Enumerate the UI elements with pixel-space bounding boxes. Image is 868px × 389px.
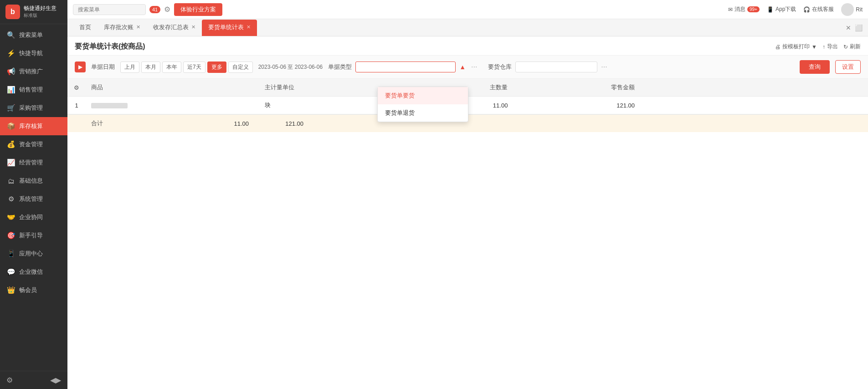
settings-gear-icon[interactable]: ⚙ bbox=[164, 5, 170, 14]
collapse-icon[interactable]: ◀▶ bbox=[50, 376, 61, 384]
close-window-icon[interactable]: ✕ bbox=[846, 24, 851, 31]
user-avatar bbox=[841, 3, 854, 16]
col-extra bbox=[640, 79, 868, 97]
type-dropdown: 要货单要货要货单退货 bbox=[377, 87, 468, 122]
print-arrow-icon: ▼ bbox=[812, 44, 817, 50]
app-download-item[interactable]: 📱 App下载 bbox=[767, 5, 796, 13]
sidebar-item-cooperation[interactable]: 🤝 企业协同 bbox=[0, 208, 67, 226]
corp_wechat-icon: 💬 bbox=[6, 267, 15, 276]
sidebar-label-basic_info: 基础信息 bbox=[19, 177, 43, 185]
cooperation-icon: 🤝 bbox=[6, 213, 15, 222]
sidebar-label-app_center: 应用中心 bbox=[19, 250, 43, 258]
maximize-window-icon[interactable]: ⬜ bbox=[855, 24, 863, 31]
dropdown-option-order_return[interactable]: 要货单退货 bbox=[378, 104, 468, 122]
user-profile[interactable]: Rit bbox=[841, 3, 863, 16]
quick_nav-icon: ⚡ bbox=[6, 49, 15, 58]
sidebar-item-guide[interactable]: 🎯 新手引导 bbox=[0, 226, 67, 245]
tab-label-order_summary: 要货单统计表 bbox=[208, 23, 244, 31]
content-area: 要货单统计表(按商品) 🖨 按模板打印 ▼ ↑ 导出 ↻ 刷新 ▶ bbox=[67, 36, 868, 389]
tabs-bar: 首页库存批次账✕收发存汇总表✕要货单统计表✕ ✕ ⬜ bbox=[67, 19, 868, 36]
custom-date-btn[interactable]: 自定义 bbox=[228, 61, 253, 73]
app_center-icon: 📱 bbox=[6, 249, 15, 258]
footer-quantity: 11.00 bbox=[194, 120, 249, 127]
main-area: 41 ⚙ 体验行业方案 ✉ 消息 99+ 📱 App下载 🎧 在线客服 Rit bbox=[67, 0, 868, 389]
sidebar-item-finance[interactable]: 💰 资金管理 bbox=[0, 135, 67, 154]
tab-label-receipt_summary: 收发存汇总表 bbox=[153, 23, 189, 31]
notification-item[interactable]: ✉ 消息 99+ bbox=[728, 5, 760, 13]
type-filter-more-icon[interactable]: ··· bbox=[471, 63, 477, 71]
type-filter-arrow-icon[interactable]: ▲ bbox=[459, 63, 466, 71]
more-dates-btn[interactable]: 更多 bbox=[207, 61, 226, 73]
page-title-bar: 要货单统计表(按商品) 🖨 按模板打印 ▼ ↑ 导出 ↻ 刷新 bbox=[67, 36, 868, 56]
sidebar-item-purchase[interactable]: 🛒 采购管理 bbox=[0, 99, 67, 117]
tab-close-inventory_batch[interactable]: ✕ bbox=[136, 24, 140, 30]
notification-badge: 99+ bbox=[747, 6, 760, 12]
export-label: 导出 bbox=[827, 43, 838, 51]
col-goods: 商品 bbox=[86, 79, 259, 97]
tab-home[interactable]: 首页 bbox=[73, 20, 98, 36]
tab-order_summary[interactable]: 要货单统计表✕ bbox=[202, 20, 257, 36]
dropdown-option-order_goods[interactable]: 要货单要货 bbox=[378, 87, 468, 104]
purchase-icon: 🛒 bbox=[6, 103, 15, 113]
sidebar-item-membership[interactable]: 👑 畅会员 bbox=[0, 281, 67, 299]
top-header: 41 ⚙ 体验行业方案 ✉ 消息 99+ 📱 App下载 🎧 在线客服 Rit bbox=[67, 0, 868, 19]
print-button[interactable]: 🖨 按模板打印 ▼ bbox=[775, 43, 817, 51]
this-month-btn[interactable]: 本月 bbox=[141, 61, 160, 73]
search-input[interactable] bbox=[73, 4, 146, 15]
logo-title: 畅捷通好生意 bbox=[24, 5, 56, 12]
sidebar-item-marketing[interactable]: 📢 营销推广 bbox=[0, 62, 67, 81]
type-filter-input[interactable] bbox=[355, 61, 456, 72]
online-service-item[interactable]: 🎧 在线客服 bbox=[803, 5, 834, 13]
membership-icon: 👑 bbox=[6, 286, 15, 295]
finance-icon: 💰 bbox=[6, 140, 15, 149]
trial-button[interactable]: 体验行业方案 bbox=[174, 3, 222, 16]
sidebar-label-membership: 畅会员 bbox=[19, 286, 37, 294]
sidebar-label-corp_wechat: 企业微信 bbox=[19, 268, 43, 276]
filter-type-section: 单据类型 ▲ ··· bbox=[328, 61, 477, 72]
filter-expand-button[interactable]: ▶ bbox=[75, 61, 86, 72]
settings-icon[interactable]: ⚙ bbox=[6, 376, 13, 384]
notification-icon: ✉ bbox=[728, 6, 733, 13]
sidebar-label-search: 搜索菜单 bbox=[19, 31, 43, 39]
sidebar-item-quick_nav[interactable]: ⚡ 快捷导航 bbox=[0, 44, 67, 62]
warehouse-filter-input[interactable] bbox=[515, 61, 597, 72]
logo-sub: 标准版 bbox=[24, 12, 56, 19]
this-year-btn[interactable]: 本年 bbox=[162, 61, 181, 73]
tabs-right: ✕ ⬜ bbox=[846, 24, 863, 31]
header-right: ✉ 消息 99+ 📱 App下载 🎧 在线客服 Rit bbox=[728, 3, 863, 16]
query-button[interactable]: 查询 bbox=[800, 60, 830, 74]
tab-close-receipt_summary[interactable]: ✕ bbox=[191, 24, 195, 30]
tab-receipt_summary[interactable]: 收发存汇总表✕ bbox=[147, 20, 202, 36]
tab-label-home: 首页 bbox=[79, 23, 91, 31]
sidebar-item-system[interactable]: ⚙ 系统管理 bbox=[0, 190, 67, 208]
tab-inventory_batch[interactable]: 库存批次账✕ bbox=[98, 20, 147, 36]
sidebar-item-operation[interactable]: 📈 经营管理 bbox=[0, 154, 67, 172]
filter-bar: ▶ 单据日期 上月 本月 本年 近7天 更多 自定义 2023-05-06 至 … bbox=[67, 56, 868, 79]
sidebar-label-sales: 销售管理 bbox=[19, 86, 43, 94]
inventory-icon: 📦 bbox=[6, 122, 15, 131]
warehouse-filter-more-icon[interactable]: ··· bbox=[601, 63, 607, 71]
sidebar-item-inventory[interactable]: 📦 库存核算 bbox=[0, 117, 67, 135]
refresh-label: 刷新 bbox=[850, 43, 861, 51]
sidebar-item-search[interactable]: 🔍 搜索菜单 bbox=[0, 26, 67, 44]
sidebar-label-operation: 经营管理 bbox=[19, 159, 43, 167]
sidebar-item-corp_wechat[interactable]: 💬 企业微信 bbox=[0, 263, 67, 281]
operation-icon: 📈 bbox=[6, 158, 15, 167]
marketing-icon: 📢 bbox=[6, 67, 15, 76]
sidebar-item-basic_info[interactable]: 🗂 基础信息 bbox=[0, 172, 67, 190]
app-download-label: App下载 bbox=[776, 5, 796, 13]
col-settings[interactable]: ⚙ bbox=[67, 79, 86, 97]
sidebar-item-app_center[interactable]: 📱 应用中心 bbox=[0, 245, 67, 263]
sidebar-item-sales[interactable]: 📊 销售管理 bbox=[0, 81, 67, 99]
date-range-buttons: 上月 本月 本年 近7天 更多 自定义 bbox=[120, 61, 253, 73]
sales-icon: 📊 bbox=[6, 85, 15, 94]
last-7days-btn[interactable]: 近7天 bbox=[183, 61, 205, 73]
cell-amount: 121.00 bbox=[513, 97, 640, 114]
last-month-btn[interactable]: 上月 bbox=[120, 61, 139, 73]
export-button[interactable]: ↑ 导出 bbox=[822, 43, 838, 51]
tab-close-order_summary[interactable]: ✕ bbox=[247, 24, 251, 30]
print-label: 按模板打印 bbox=[782, 43, 810, 51]
tab-label-inventory_batch: 库存批次账 bbox=[104, 23, 134, 31]
refresh-button[interactable]: ↻ 刷新 bbox=[843, 43, 861, 51]
filter-settings-button[interactable]: 设置 bbox=[835, 60, 861, 74]
